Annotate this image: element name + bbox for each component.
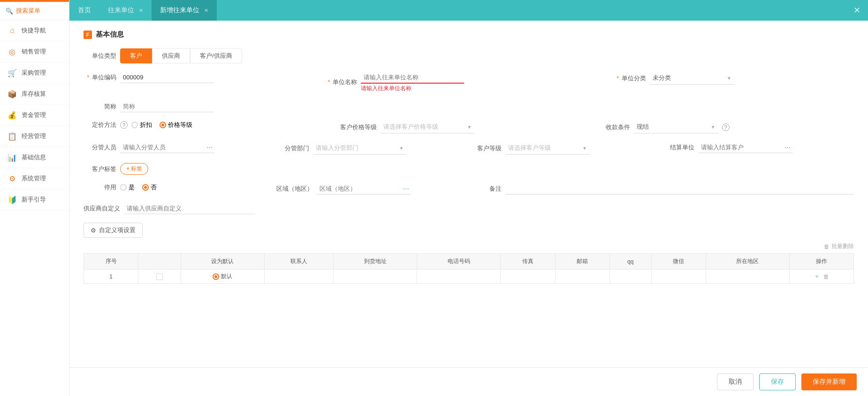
row-add-icon[interactable]: ＋ — [814, 272, 820, 280]
table-actions: 🗑 批量删除 — [84, 242, 854, 250]
save-button[interactable]: 保存 — [759, 373, 796, 390]
tab-units-label: 往来单位 — [108, 6, 134, 15]
settlement-more-button[interactable]: ··· — [783, 143, 792, 152]
row-contact[interactable] — [264, 270, 333, 284]
payment-terms-help-icon[interactable]: ? — [722, 124, 730, 131]
row-checkbox[interactable] — [156, 273, 163, 280]
required-star-category: * — [617, 75, 619, 82]
row-email[interactable] — [555, 270, 609, 284]
tab-units-close-icon[interactable]: ✕ — [139, 8, 143, 14]
payment-terms-select[interactable]: 现结 ▼ — [634, 121, 718, 133]
pricing-help-icon[interactable]: ? — [120, 121, 128, 129]
short-name-input[interactable] — [120, 101, 214, 112]
sidebar-item-system[interactable]: ⚙ 系统管理 — [0, 168, 69, 189]
sidebar-item-label: 基础信息 — [22, 153, 46, 162]
customer-price-level-select[interactable]: 请选择客户价格等级 ▼ — [381, 121, 474, 133]
remark-input[interactable] — [505, 183, 854, 194]
unit-name-input[interactable] — [361, 72, 464, 84]
row-fax[interactable] — [501, 270, 555, 284]
sidebar-item-inventory[interactable]: 📦 库存核算 — [0, 84, 69, 105]
row-phone[interactable] — [417, 270, 501, 284]
supplier-custom-group: 供应商自定义 — [84, 203, 854, 214]
payment-terms-arrow: ▼ — [708, 124, 718, 130]
row-default-radio[interactable] — [213, 273, 219, 280]
pricing-level-radio[interactable]: 价格等级 — [160, 121, 192, 129]
short-name-row: 简称 — [84, 101, 854, 112]
remark-label: 备注 — [469, 185, 502, 193]
sidebar-item-purchase[interactable]: 🛒 采购管理 — [0, 62, 69, 84]
tab-bar: 首页 往来单位 ✕ 新增往来单位 ✕ ✕ — [69, 0, 868, 21]
table-header-row: 序号 设为默认 联系人 到货地址 电话号码 传真 邮箱 qq 微信 所在地区 操… — [84, 254, 854, 270]
region-input[interactable] — [317, 183, 401, 194]
tab-home[interactable]: 首页 — [69, 0, 99, 21]
unit-btn-supplier[interactable]: 供应商 — [152, 48, 190, 63]
sidebar-item-label: 采购管理 — [22, 69, 46, 77]
row-address[interactable] — [334, 270, 417, 284]
row-region[interactable] — [706, 270, 789, 284]
supplier-custom-row: 供应商自定义 — [84, 203, 854, 214]
unit-type-buttons: 客户 供应商 客户/供应商 — [120, 48, 242, 63]
tab-home-label: 首页 — [78, 6, 91, 15]
settlement-unit-input[interactable] — [698, 142, 783, 153]
unit-name-label: * 单位名称 — [324, 78, 357, 86]
search-menu-item[interactable]: 🔍 搜索菜单 — [0, 2, 69, 20]
search-icon: 🔍 — [6, 8, 13, 15]
sidebar-item-label: 经营管理 — [22, 132, 46, 140]
newbie-icon: 🔰 — [8, 195, 17, 204]
supplier-custom-input[interactable] — [124, 203, 255, 214]
disabled-yes-radio[interactable]: 是 — [120, 183, 135, 192]
department-select[interactable]: 请输入分管部门 ▼ — [313, 142, 407, 155]
main-area: 首页 往来单位 ✕ 新增往来单位 ✕ ✕ F 基本信息 单位类型 客户 供应商 — [69, 0, 868, 396]
sidebar-item-label: 资金管理 — [22, 111, 46, 119]
customer-price-level-group: 客户价格等级 请选择客户价格等级 ▼ — [340, 121, 597, 133]
disabled-no-radio[interactable]: 否 — [142, 183, 157, 192]
row-wechat[interactable] — [651, 270, 706, 284]
sidebar: 🔍 搜索菜单 ⌂ 快捷导航 ◎ 销售管理 🛒 采购管理 📦 库存核算 💰 资金管… — [0, 0, 69, 396]
region-more-button[interactable]: ··· — [401, 185, 411, 193]
sidebar-item-sales[interactable]: ◎ 销售管理 — [0, 41, 69, 62]
unit-category-arrow: ▼ — [724, 76, 734, 81]
tab-units[interactable]: 往来单位 ✕ — [99, 0, 152, 21]
form-content: F 基本信息 单位类型 客户 供应商 客户/供应商 * 单位编码 — [69, 21, 868, 367]
unit-category-select[interactable]: 未分类 ▼ — [650, 72, 734, 85]
section-title-label: 基本信息 — [96, 30, 124, 39]
unit-category-label: * 单位分类 — [613, 74, 646, 83]
disabled-yes-circle — [120, 184, 127, 191]
row-qq[interactable] — [609, 270, 651, 284]
sidebar-item-basic-info[interactable]: 📊 基础信息 — [0, 147, 69, 168]
sidebar-item-quick-nav[interactable]: ⌂ 快捷导航 — [0, 20, 69, 41]
close-all-tabs-button[interactable]: ✕ — [846, 5, 868, 16]
unit-btn-both[interactable]: 客户/供应商 — [190, 48, 242, 63]
row-delete-icon[interactable]: 🗑 — [823, 273, 829, 280]
tab-new-unit[interactable]: 新增往来单位 ✕ — [152, 0, 217, 21]
system-icon: ⚙ — [8, 174, 17, 183]
sidebar-item-newbie[interactable]: 🔰 新手引导 — [0, 189, 69, 210]
short-name-label: 简称 — [84, 102, 116, 111]
short-name-group: 简称 — [84, 101, 854, 112]
batch-delete-button[interactable]: 🗑 批量删除 — [824, 242, 854, 250]
unit-code-input[interactable] — [120, 72, 214, 83]
save-and-new-button[interactable]: 保存并新增 — [801, 373, 857, 390]
unit-btn-customer[interactable]: 客户 — [120, 48, 152, 63]
custom-settings-button[interactable]: ⚙ 自定义项设置 — [84, 223, 143, 238]
unit-type-row: 单位类型 客户 供应商 客户/供应商 — [84, 48, 854, 63]
cancel-button[interactable]: 取消 — [717, 373, 754, 390]
manager-more-button[interactable]: ··· — [205, 143, 214, 152]
sidebar-item-label: 新手引导 — [22, 195, 46, 204]
sidebar-item-operations[interactable]: 📋 经营管理 — [0, 126, 69, 147]
remark-group: 备注 — [469, 183, 854, 194]
sidebar-item-finance[interactable]: 💰 资金管理 — [0, 105, 69, 126]
pricing-discount-radio[interactable]: 折扣 — [131, 121, 152, 129]
settlement-unit-group: 结算单位 ··· — [662, 142, 854, 153]
customer-level-select[interactable]: 请选择客户等级 ▼ — [505, 142, 590, 155]
customer-level-group: 客户等级 请选择客户等级 ▼ — [469, 142, 662, 155]
custom-settings-label: 自定义项设置 — [99, 226, 136, 234]
tab-new-unit-close-icon[interactable]: ✕ — [204, 8, 208, 14]
manager-input[interactable] — [120, 142, 205, 153]
add-tag-button[interactable]: + 标签 — [120, 163, 148, 175]
region-input-wrapper: ··· — [317, 183, 411, 194]
disabled-yes-label: 是 — [129, 183, 135, 192]
row-checkbox-cell — [138, 270, 181, 284]
disabled-group: 停用 是 否 — [84, 183, 276, 192]
col-wechat: 微信 — [651, 254, 706, 270]
